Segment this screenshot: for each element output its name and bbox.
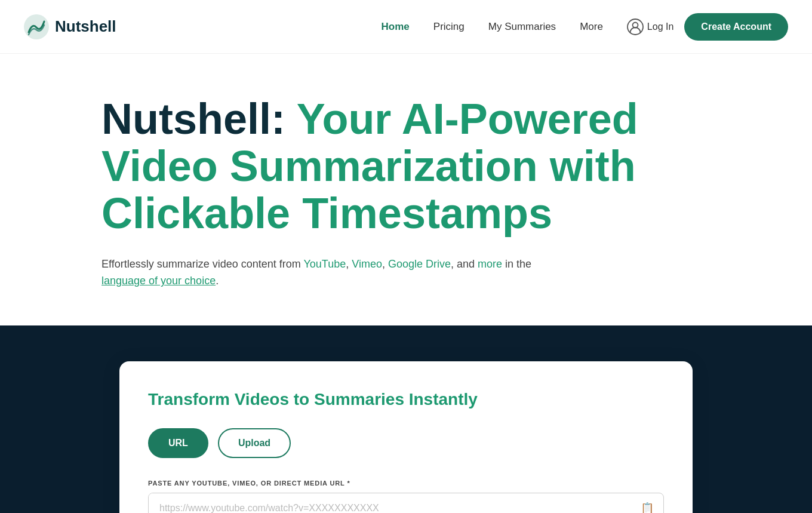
- url-input-label: PASTE ANY YOUTUBE, VIMEO, OR DIRECT MEDI…: [148, 480, 664, 487]
- link-youtube[interactable]: YouTube: [303, 258, 346, 270]
- link-google-drive[interactable]: Google Drive: [388, 258, 451, 270]
- tab-row: URL Upload: [148, 428, 664, 458]
- nav-link-home[interactable]: Home: [382, 21, 410, 32]
- nav-right: Log In Create Account: [627, 13, 788, 41]
- hero-title: Nutshell: Your AI-Powered Video Summariz…: [102, 96, 710, 238]
- navbar: Nutshell Home Pricing My Summaries More …: [0, 0, 812, 54]
- create-account-button[interactable]: Create Account: [684, 13, 788, 41]
- nav-link-more[interactable]: More: [580, 21, 603, 32]
- hero-subtitle: Effortlessly summarize video content fro…: [102, 256, 555, 290]
- logo[interactable]: Nutshell: [24, 14, 116, 39]
- card-title: Transform Videos to Summaries Instantly: [148, 390, 664, 409]
- nav-item-more[interactable]: More: [580, 21, 603, 33]
- link-language[interactable]: language of your choice: [102, 275, 216, 287]
- tab-upload-button[interactable]: Upload: [218, 428, 291, 458]
- dark-section: Transform Videos to Summaries Instantly …: [0, 325, 812, 513]
- nav-item-my-summaries[interactable]: My Summaries: [488, 21, 556, 33]
- url-input-row: 📋: [148, 493, 664, 513]
- nav-links: Home Pricing My Summaries More: [382, 21, 603, 33]
- hero-section: Nutshell: Your AI-Powered Video Summariz…: [78, 54, 734, 325]
- nav-link-my-summaries[interactable]: My Summaries: [488, 21, 556, 32]
- login-label: Log In: [647, 21, 673, 32]
- account-icon: [627, 19, 644, 35]
- nav-item-pricing[interactable]: Pricing: [433, 21, 465, 33]
- hero-title-plain: Nutshell:: [102, 95, 297, 143]
- paste-icon: 📋: [631, 502, 663, 513]
- nav-link-pricing[interactable]: Pricing: [433, 21, 465, 32]
- summary-card: Transform Videos to Summaries Instantly …: [119, 361, 693, 513]
- login-button[interactable]: Log In: [627, 19, 673, 35]
- tab-url-button[interactable]: URL: [148, 428, 208, 458]
- logo-text: Nutshell: [55, 17, 116, 36]
- nav-item-home[interactable]: Home: [382, 21, 410, 33]
- link-vimeo[interactable]: Vimeo: [352, 258, 382, 270]
- url-input[interactable]: [149, 493, 631, 513]
- link-more[interactable]: more: [478, 258, 502, 270]
- logo-icon: [24, 14, 49, 39]
